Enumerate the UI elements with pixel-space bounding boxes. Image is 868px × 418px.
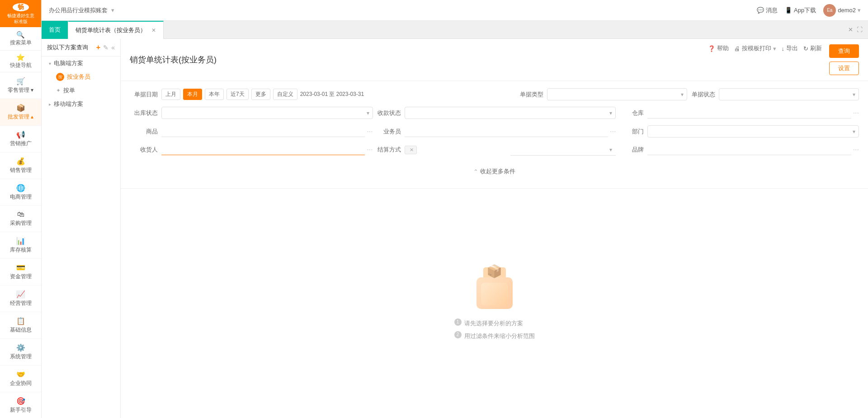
brand-label: 品牌 xyxy=(616,146,647,154)
warehouse-input[interactable] xyxy=(647,108,851,119)
sidebar-item-enterprise[interactable]: 🤝 企业协同 xyxy=(0,366,41,392)
sidebar-item-inventory[interactable]: 📊 库存核算 xyxy=(0,232,41,259)
print-icon: 🖨 xyxy=(734,45,740,52)
print-button[interactable]: 🖨 按模板打印 ▾ xyxy=(734,44,776,52)
sidebar-item-ecommerce[interactable]: 🌐 电商管理 xyxy=(0,179,41,206)
empty-box-front xyxy=(481,283,508,305)
sidebar-item-finance[interactable]: 💳 资金管理 xyxy=(0,259,41,285)
consignee-dots[interactable]: ··· xyxy=(367,146,373,154)
warehouse-dots[interactable]: ··· xyxy=(853,109,859,117)
date-last-month[interactable]: 上月 xyxy=(161,89,180,100)
date-label: 单据日期 xyxy=(130,90,161,99)
department-select[interactable] xyxy=(647,125,859,138)
out-status-select[interactable] xyxy=(161,107,373,119)
topbar-dropdown-icon[interactable]: ▾ xyxy=(111,7,114,14)
doc-status-select[interactable] xyxy=(719,88,859,100)
tree-item-pc-schemes[interactable]: ▾ 电脑端方案 xyxy=(42,57,120,70)
brand-dots[interactable]: ··· xyxy=(853,146,859,154)
retail-icon: 🛒 xyxy=(2,77,39,86)
app-download-button[interactable]: 📱 App下载 xyxy=(785,6,816,14)
refresh-button[interactable]: ↻ 刷新 xyxy=(803,44,822,52)
date-this-month[interactable]: 本月 xyxy=(183,89,202,100)
collapse-button[interactable]: ⌃ 收起更多条件 xyxy=(468,166,521,177)
sidebar-item-marketing[interactable]: 📢 营销推广 xyxy=(0,126,41,152)
empty-box-icon: 📦 xyxy=(486,264,502,279)
scheme-icon-small: ✦ xyxy=(56,87,61,94)
tab-close-button[interactable]: ✕ xyxy=(151,27,156,33)
filter-doc-status: 单据状态 xyxy=(687,88,859,100)
empty-hint-1: 1 请先选择要分析的方案 xyxy=(454,318,535,328)
left-panel-header: 按以下方案查询 + ✎ « xyxy=(42,39,120,57)
tree-item-mobile-schemes[interactable]: ▸ 移动端方案 xyxy=(42,97,120,111)
consignee-input[interactable] xyxy=(161,144,365,155)
goods-input[interactable] xyxy=(161,126,365,137)
date-range-text: 2023-03-01 至 2023-03-31 xyxy=(300,90,364,98)
sidebar-item-wholesale[interactable]: 📦 批发管理 ▴ xyxy=(0,99,41,126)
collapse-panel-button[interactable]: « xyxy=(111,44,115,51)
app-download-icon: 📱 xyxy=(785,7,792,14)
finance-icon: 💳 xyxy=(2,263,39,272)
sidebar-item-operations[interactable]: 📈 经营管理 xyxy=(0,285,41,312)
brand-control xyxy=(647,144,851,155)
left-panel: 按以下方案查询 + ✎ « ▾ 电脑端方案 按 按业务员 ✦ 按单 xyxy=(42,39,121,418)
filter-receipt-status: 收款状态 xyxy=(373,107,616,119)
salesperson-control xyxy=(405,126,608,137)
help-icon: ❓ xyxy=(708,45,715,52)
refresh-label: 刷新 xyxy=(810,44,822,52)
topbar-title: 办公用品行业模拟账套 xyxy=(49,6,108,14)
filter-out-status: 出库状态 xyxy=(130,107,373,119)
sidebar-item-purchase[interactable]: 🛍 采购管理 xyxy=(0,206,41,232)
export-button[interactable]: ↓ 导出 xyxy=(782,44,798,52)
query-button[interactable]: 查询 xyxy=(829,44,859,58)
maximize-icon[interactable]: ⛶ xyxy=(857,26,863,33)
user-avatar[interactable]: Ea demo2 ▾ xyxy=(823,4,861,17)
message-button[interactable]: 💬 消息 xyxy=(757,6,778,14)
date-custom[interactable]: 自定义 xyxy=(273,89,297,100)
settlement-tag-close[interactable]: ✕ xyxy=(410,147,414,153)
receipt-status-select-wrapper xyxy=(405,107,616,119)
date-this-year[interactable]: 本年 xyxy=(205,89,224,100)
date-more[interactable]: 更多 xyxy=(251,89,270,100)
sidebar-item-basic[interactable]: 📋 基础信息 xyxy=(0,312,41,339)
purchase-icon: 🛍 xyxy=(2,210,39,218)
content-area: 按以下方案查询 + ✎ « ▾ 电脑端方案 按 按业务员 ✦ 按单 xyxy=(42,39,868,418)
warehouse-control xyxy=(647,108,851,119)
tree-item-by-order[interactable]: ✦ 按单 xyxy=(42,84,120,97)
sales-icon: 💰 xyxy=(2,157,39,166)
tab-home[interactable]: 首页 xyxy=(42,21,68,39)
right-panel: 销货单统计表(按业务员) ❓ 帮助 🖨 按模板打印 ▾ ↓ xyxy=(121,39,868,418)
export-label: 导出 xyxy=(786,44,798,52)
message-label: 消息 xyxy=(766,6,778,14)
salesperson-input[interactable] xyxy=(405,126,608,137)
sidebar: 畅 畅捷通好生意标准版 🔍 搜索菜单 ⭐ 快捷导航 🛒 零售管理 ▾ 📦 批发管… xyxy=(0,0,42,418)
left-panel-actions: + ✎ « xyxy=(96,43,115,52)
sidebar-item-system[interactable]: ⚙️ 系统管理 xyxy=(0,339,41,366)
sidebar-logo: 畅 畅捷通好生意标准版 xyxy=(0,0,41,27)
sidebar-item-retail[interactable]: 🛒 零售管理 ▾ xyxy=(0,72,41,99)
brand-input[interactable] xyxy=(647,144,851,155)
help-button[interactable]: ❓ 帮助 xyxy=(708,44,729,52)
collapse-chevron-icon: ⌃ xyxy=(473,168,478,175)
sidebar-item-sales[interactable]: 💰 销售管理 xyxy=(0,152,41,179)
goods-dots[interactable]: ··· xyxy=(367,128,373,136)
doc-type-select[interactable] xyxy=(547,88,687,100)
salesperson-dots[interactable]: ··· xyxy=(610,128,616,136)
page-actions: ❓ 帮助 🖨 按模板打印 ▾ ↓ 导出 ↻ xyxy=(708,44,822,52)
filter-doc-type: 单据类型 xyxy=(515,88,687,100)
sidebar-item-newbie[interactable]: 🎯 新手引导 xyxy=(0,392,41,418)
date-last7days[interactable]: 近7天 xyxy=(226,89,249,100)
edit-scheme-button[interactable]: ✎ xyxy=(103,44,108,51)
help-label: 帮助 xyxy=(717,44,729,52)
settlement-select[interactable] xyxy=(510,144,616,156)
close-window-icon[interactable]: ✕ xyxy=(848,26,853,33)
setting-button[interactable]: 设置 xyxy=(829,62,859,75)
sidebar-quick-nav[interactable]: ⭐ 快捷导航 xyxy=(0,51,41,72)
out-status-label: 出库状态 xyxy=(130,109,161,117)
receipt-status-select[interactable] xyxy=(405,107,616,119)
tab-sales-report[interactable]: 销货单统计表（按业务员） ✕ xyxy=(68,21,164,39)
tree-item-by-salesperson[interactable]: 按 按业务员 xyxy=(42,70,120,84)
add-scheme-button[interactable]: + xyxy=(96,43,100,52)
user-dropdown-icon: ▾ xyxy=(858,7,861,14)
wholesale-icon: 📦 xyxy=(2,104,39,112)
sidebar-search[interactable]: 🔍 搜索菜单 xyxy=(0,27,41,51)
